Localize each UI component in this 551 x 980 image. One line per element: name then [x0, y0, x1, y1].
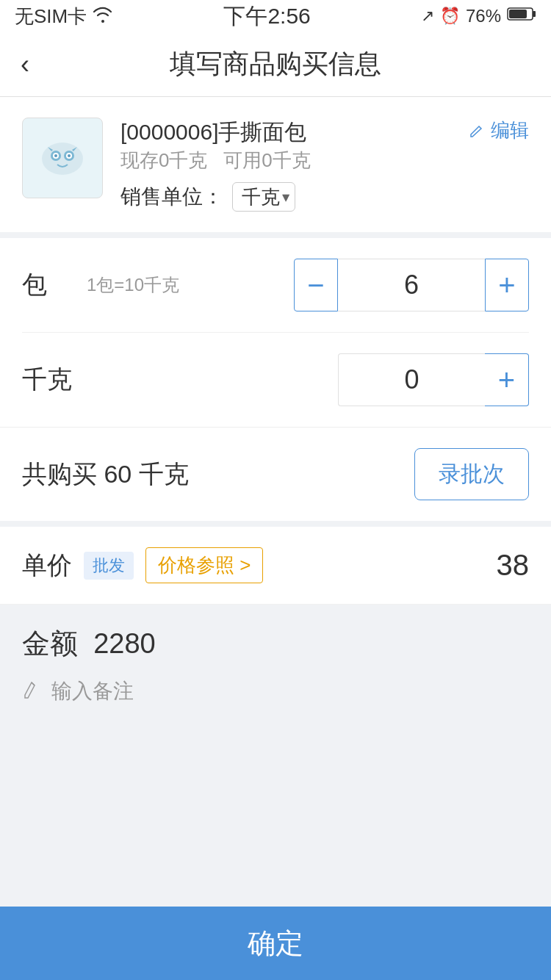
nav-bar: ‹ 填写商品购买信息	[0, 32, 551, 97]
kg-input[interactable]	[338, 353, 485, 406]
svg-rect-2	[509, 10, 527, 18]
package-row: 包 1包=10千克 − +	[22, 238, 529, 333]
svg-point-9	[68, 154, 71, 157]
kg-quantity-control: +	[338, 353, 529, 406]
unit-select-wrapper[interactable]: 千克 包 ▾	[232, 182, 295, 212]
kg-label: 千克	[22, 363, 81, 397]
total-text: 共购买 60 千克	[22, 458, 189, 491]
amount-section: 金额 2280 输入备注	[0, 605, 551, 726]
record-batch-button[interactable]: 录批次	[414, 448, 529, 500]
wifi-icon	[93, 5, 113, 28]
status-time: 下午2:56	[223, 1, 310, 32]
price-ref-button[interactable]: 价格参照 >	[145, 547, 263, 583]
remark-row[interactable]: 输入备注	[22, 677, 529, 705]
svg-point-3	[42, 143, 83, 175]
battery-label: 76%	[466, 6, 501, 26]
price-value: 38	[497, 549, 530, 582]
price-section: 单价 批发 价格参照 > 38	[0, 527, 551, 605]
price-label: 单价	[22, 549, 72, 583]
product-stock: 现存0千克 可用0千克	[120, 148, 529, 173]
pencil-icon	[22, 679, 43, 705]
package-decrease-button[interactable]: −	[294, 259, 338, 311]
package-label: 包	[22, 268, 81, 302]
confirm-button[interactable]: 确定	[0, 907, 551, 980]
total-section: 共购买 60 千克 录批次	[0, 428, 551, 527]
carrier-label: 无SIM卡	[15, 4, 87, 29]
remark-placeholder: 输入备注	[51, 677, 134, 705]
amount-row: 金额 2280	[22, 625, 529, 663]
status-right: ↗ ⏰ 76%	[421, 6, 536, 26]
svg-rect-1	[533, 11, 536, 17]
back-button[interactable]: ‹	[21, 49, 29, 80]
kg-row: 千克 +	[22, 333, 529, 427]
package-sublabel: 1包=10千克	[87, 273, 294, 297]
product-name: [0000006]手撕面包	[120, 118, 306, 148]
product-info: [0000006]手撕面包 编辑 现存0千克 可用0千克 销售单位： 千克 包	[120, 118, 529, 212]
amount-value: 2280	[93, 628, 156, 659]
unit-select[interactable]: 千克 包	[232, 182, 295, 212]
price-left: 单价 批发 价格参照 >	[22, 547, 263, 583]
svg-point-8	[54, 154, 57, 157]
input-section: 包 1包=10千克 − + 千克 +	[0, 238, 551, 428]
product-card: [0000006]手撕面包 编辑 现存0千克 可用0千克 销售单位： 千克 包	[0, 97, 551, 238]
edit-button[interactable]: 编辑	[469, 118, 529, 143]
kg-increase-button[interactable]: +	[485, 353, 529, 406]
product-unit-row: 销售单位： 千克 包 ▾	[120, 182, 529, 212]
product-image	[22, 118, 103, 198]
alarm-icon: ⏰	[440, 7, 460, 26]
status-left: 无SIM卡	[15, 4, 113, 29]
price-tag: 批发	[84, 552, 134, 580]
package-quantity-control: − +	[294, 259, 529, 311]
package-input[interactable]	[338, 259, 485, 311]
package-increase-button[interactable]: +	[485, 259, 529, 311]
page-title: 填写商品购买信息	[170, 46, 381, 82]
battery-icon	[507, 6, 536, 26]
status-bar: 无SIM卡 下午2:56 ↗ ⏰ 76%	[0, 0, 551, 32]
gps-icon: ↗	[421, 7, 434, 26]
